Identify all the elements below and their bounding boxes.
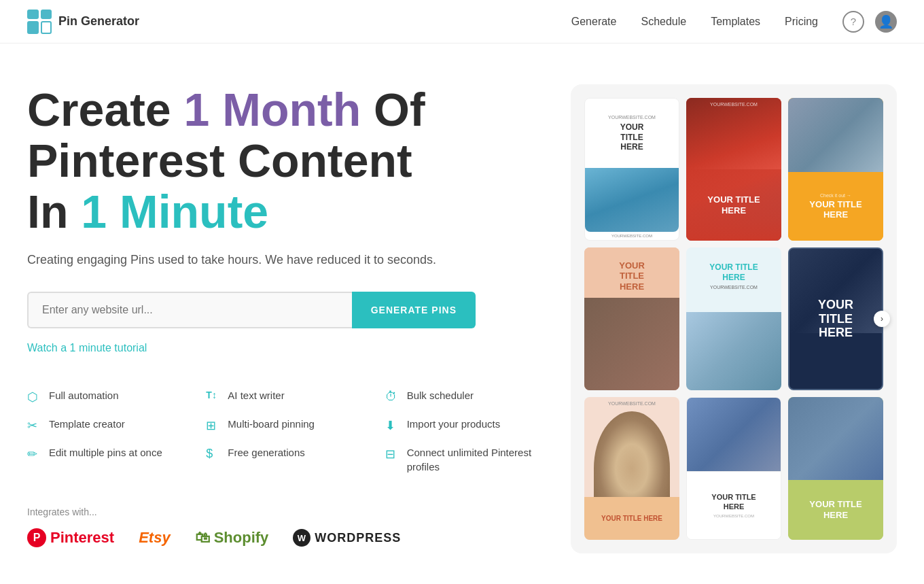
multiboard-icon: ⊞ bbox=[206, 418, 221, 433]
pin-card-8: YOUR TITLEHERE YOURWEBSITE.COM bbox=[686, 397, 781, 540]
tutorial-link[interactable]: Watch a 1 minute tutorial bbox=[27, 342, 147, 354]
hero-section: Create 1 Month OfPinterest ContentIn 1 M… bbox=[27, 84, 544, 547]
wp-icon: W bbox=[293, 529, 310, 547]
title-create: Create bbox=[27, 84, 184, 135]
pin-card-9: YOUR TITLEHERE bbox=[788, 397, 883, 540]
pin-card-6: YOURTITLEHERE bbox=[788, 247, 883, 390]
feature-label: Bulk scheduler bbox=[407, 388, 474, 402]
logo-text: Pin Generator bbox=[58, 14, 139, 29]
pin8-title: YOUR TITLEHERE bbox=[711, 493, 756, 511]
feature-edit-multiple: ✏ Edit multiple pins at once bbox=[27, 445, 185, 474]
feature-label: Free generations bbox=[228, 445, 304, 460]
dollar-icon: $ bbox=[206, 447, 221, 461]
title-1month: 1 Month bbox=[184, 84, 361, 135]
feature-free: $ Free generations bbox=[206, 445, 364, 474]
feature-label: Edit multiple pins at once bbox=[49, 445, 162, 460]
shopify-logo: 🛍 Shopify bbox=[195, 529, 269, 547]
feature-bulk-scheduler: ⏱ Bulk scheduler bbox=[385, 388, 544, 405]
pin3-title: YOUR TITLEHERE bbox=[809, 199, 861, 220]
pin2-website: YOURWEBSITE.COM bbox=[686, 102, 781, 107]
feature-multiboard: ⊞ Multi-board pinning bbox=[206, 417, 364, 433]
shopify-icon: 🛍 bbox=[195, 529, 210, 547]
feature-label: Connect unlimited Pinterest profiles bbox=[407, 445, 544, 474]
url-form: GENERATE PINS bbox=[27, 292, 476, 328]
pin2-title: YOUR TITLEHERE bbox=[707, 194, 760, 216]
pin-gallery: YOURWEBSITE.COM YOURTITLEHERE YOURWEBSIT… bbox=[571, 84, 897, 553]
automation-icon: ⬡ bbox=[27, 390, 42, 405]
pin9-title: YOUR TITLEHERE bbox=[809, 499, 861, 520]
feature-label: Full automation bbox=[49, 388, 119, 402]
pin5-website: YOURWEBSITE.COM bbox=[710, 285, 758, 290]
import-icon: ⬇ bbox=[385, 418, 400, 433]
logo[interactable]: Pin Generator bbox=[27, 10, 139, 34]
template-icon: ✂ bbox=[27, 418, 42, 433]
pin-card-5: YOUR TITLEHERE YOURWEBSITE.COM bbox=[686, 247, 781, 390]
help-icon[interactable]: ? bbox=[842, 11, 864, 33]
feature-full-automation: ⬡ Full automation bbox=[27, 388, 185, 405]
integrations-label: Integrates with... bbox=[27, 506, 544, 517]
clock-icon: ⏱ bbox=[385, 390, 400, 404]
generate-button[interactable]: GENERATE PINS bbox=[352, 292, 476, 328]
user-icon[interactable]: 👤 bbox=[875, 11, 897, 33]
pin-card-3: Check it out → YOUR TITLEHERE bbox=[788, 98, 883, 241]
main-nav: Generate Schedule Templates Pricing ? 👤 bbox=[571, 11, 897, 33]
hero-subtitle: Creating engaging Pins used to take hour… bbox=[27, 253, 462, 267]
pin3-check: Check it out → bbox=[820, 193, 851, 198]
pin4-title: YOURTITLEHERE bbox=[619, 260, 645, 292]
pinterest-icon: P bbox=[27, 528, 46, 547]
feature-label: Template creator bbox=[49, 417, 125, 431]
pin-card-2: YOURWEBSITE.COM YOUR TITLEHERE bbox=[686, 98, 781, 241]
features-grid: ⬡ Full automation T↕ AI text writer ⏱ Bu… bbox=[27, 388, 544, 474]
pin-card-7: YOURWEBSITE.COM YOUR TITLE HERE bbox=[584, 397, 679, 540]
pin8-website: YOURWEBSITE.COM bbox=[713, 514, 754, 518]
edit-icon: ✏ bbox=[27, 447, 42, 462]
integrations-section: Integrates with... P Pinterest Etsy 🛍 Sh… bbox=[27, 506, 544, 547]
feature-template: ✂ Template creator bbox=[27, 417, 185, 433]
pinterest-logo: P Pinterest bbox=[27, 528, 114, 547]
pin-card-1: YOURWEBSITE.COM YOURTITLEHERE YOURWEBSIT… bbox=[584, 98, 679, 241]
hero-title: Create 1 Month OfPinterest ContentIn 1 M… bbox=[27, 84, 544, 237]
gallery-next-btn[interactable]: › bbox=[874, 311, 890, 327]
pin6-title: YOURTITLEHERE bbox=[818, 298, 853, 340]
integrations-logos: P Pinterest Etsy 🛍 Shopify W WORDPRESS bbox=[27, 528, 544, 547]
profiles-icon: ⊟ bbox=[385, 447, 400, 462]
nav-icons: ? 👤 bbox=[842, 11, 897, 33]
wordpress-logo: W WORDPRESS bbox=[293, 529, 401, 547]
nav-templates[interactable]: Templates bbox=[711, 16, 760, 28]
feature-label: AI text writer bbox=[228, 388, 284, 402]
url-input[interactable] bbox=[27, 292, 352, 328]
pin7-website: YOURWEBSITE.COM bbox=[584, 401, 679, 406]
pin1-title: YOURTITLEHERE bbox=[620, 122, 644, 152]
pin1-website-bottom: YOURWEBSITE.COM bbox=[585, 232, 679, 240]
nav-pricing[interactable]: Pricing bbox=[785, 16, 818, 28]
ai-icon: T↕ bbox=[206, 390, 221, 400]
etsy-logo: Etsy bbox=[139, 529, 170, 547]
pin7-title: YOUR TITLE HERE bbox=[601, 515, 662, 522]
pin5-title: YOUR TITLEHERE bbox=[709, 262, 758, 282]
pin-grid: YOURWEBSITE.COM YOURTITLEHERE YOURWEBSIT… bbox=[584, 98, 883, 540]
pin-card-4: YOURTITLEHERE bbox=[584, 247, 679, 390]
feature-label: Import your products bbox=[407, 417, 501, 431]
logo-icon bbox=[27, 10, 52, 34]
title-1minute: 1 Minute bbox=[81, 186, 268, 237]
feature-unlimited: ⊟ Connect unlimited Pinterest profiles bbox=[385, 445, 544, 474]
feature-ai-text: T↕ AI text writer bbox=[206, 388, 364, 405]
feature-label: Multi-board pinning bbox=[228, 417, 315, 431]
nav-generate[interactable]: Generate bbox=[571, 16, 617, 28]
nav-schedule[interactable]: Schedule bbox=[641, 16, 686, 28]
feature-import: ⬇ Import your products bbox=[385, 417, 544, 433]
pin1-website: YOURWEBSITE.COM bbox=[608, 115, 656, 120]
